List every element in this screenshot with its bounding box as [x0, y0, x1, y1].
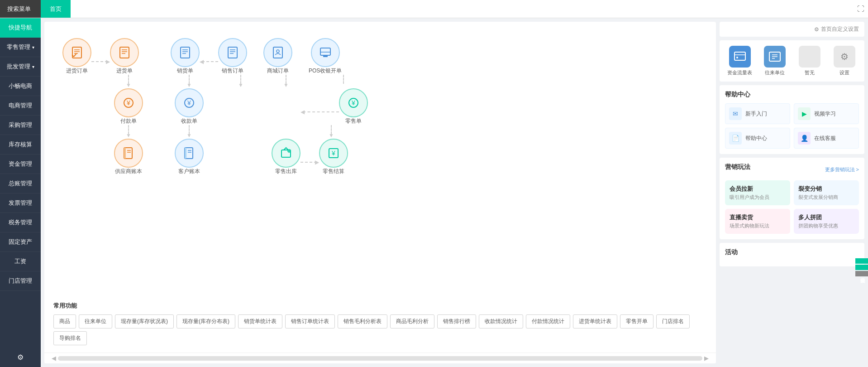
quick-icon-settings[interactable]: ⚙ 设置	[830, 46, 859, 76]
marketing-section: 营销玩法 更多营销玩法 > 会员拉新 吸引用户成为会员 裂变分销 裂变式发展分销…	[720, 158, 864, 239]
sidebar-item-fund[interactable]: 资金管理	[0, 155, 41, 174]
cf-btn-进货单统计表[interactable]: 进货单统计表	[573, 314, 617, 328]
sales-slip-label: 销货单	[177, 67, 193, 75]
sidebar-item-procurement[interactable]: 采购管理	[0, 116, 41, 135]
supplier-book-icon	[114, 139, 143, 168]
live-title: 直播卖货	[730, 213, 786, 222]
sidebar-item-fixed-assets[interactable]: 固定资产	[0, 232, 41, 252]
svg-rect-20	[323, 55, 328, 57]
sidebar-item-ledger[interactable]: 总账管理	[0, 174, 41, 193]
contacts-icon	[764, 46, 786, 68]
live-desc: 场景式购物新玩法	[730, 222, 786, 229]
node-sales-slip[interactable]: 销货单	[171, 38, 200, 75]
node-sales-order[interactable]: 销售订单	[218, 38, 247, 75]
svg-rect-18	[320, 48, 330, 55]
cf-btn-销售订单统计表[interactable]: 销售订单统计表	[285, 314, 335, 328]
vc-sales: ▼	[175, 75, 204, 88]
desktop-shortcut-btn[interactable]: 桌面快捷	[855, 271, 868, 276]
help-beginner[interactable]: ✉ 新手入门	[725, 103, 790, 124]
cf-btn-现存量(库存分布表)[interactable]: 现存量(库存分布表)	[176, 314, 235, 328]
cf-btn-商品[interactable]: 商品	[53, 314, 76, 328]
inner-split: 进货订单 ▶ 进	[41, 18, 868, 367]
sidebar-item-payroll[interactable]: 工资	[0, 252, 41, 271]
marketing-grid: 会员拉新 吸引用户成为会员 裂变分销 裂变式发展分销商 直播卖货 场景式购物新玩…	[725, 180, 859, 234]
help-video[interactable]: ▶ 视频学习	[794, 103, 859, 124]
sidebar-item-tax[interactable]: 税务管理	[0, 213, 41, 232]
cf-btn-现存量(库存状况表)[interactable]: 现存量(库存状况表)	[115, 314, 174, 328]
cf-btn-收款情况统计[interactable]: 收款情况统计	[479, 314, 523, 328]
help-online-service[interactable]: 👤 在线客服	[794, 128, 859, 149]
scroll-track[interactable]	[58, 356, 702, 361]
sidebar-item-xiaochang[interactable]: 小畅电商	[0, 77, 41, 96]
marketing-group[interactable]: 多人拼团 拼团购物享受优惠	[794, 209, 859, 234]
cf-btn-导购排名[interactable]: 导购排名	[53, 331, 87, 345]
activity-title: 活动	[725, 248, 859, 256]
cf-btn-商品毛利分析[interactable]: 商品毛利分析	[390, 314, 434, 328]
activity-section: 活动	[720, 243, 864, 266]
quick-nav-setting-btn[interactable]: ⚙ 首页自定义设置	[814, 25, 859, 33]
sidebar-item-inventory[interactable]: 库存核算	[0, 135, 41, 155]
more-marketing-link[interactable]: 更多营销玩法 >	[825, 166, 859, 173]
service-label: 在线客服	[814, 135, 836, 142]
node-purchase-order[interactable]: 进货订单	[62, 38, 91, 75]
vc-receipt: ▼	[175, 125, 204, 139]
sidebar-item-store[interactable]: 门店管理	[0, 271, 41, 291]
arrow-icon: ▾	[32, 45, 34, 50]
marketing-fission[interactable]: 裂变分销 裂变式发展分销商	[794, 180, 859, 205]
scroll-left-btn[interactable]: ◀	[50, 355, 58, 362]
fission-title: 裂变分销	[798, 185, 854, 193]
node-customer-book[interactable]: 客户账本	[175, 139, 204, 175]
svg-rect-12	[228, 47, 237, 58]
node-retail-checkout[interactable]: ¥ 零售结算	[319, 139, 348, 175]
svg-rect-28	[124, 148, 126, 159]
marketing-member[interactable]: 会员拉新 吸引用户成为会员	[725, 180, 790, 205]
sidebar-item-invoice[interactable]: 发票管理	[0, 193, 41, 213]
cf-btn-销售毛利分析表[interactable]: 销售毛利分析表	[338, 314, 387, 328]
settings-label: 设置	[839, 69, 849, 76]
cf-btn-付款情况统计[interactable]: 付款情况统计	[526, 314, 570, 328]
node-purchase-receipt[interactable]: 进货单	[110, 38, 139, 75]
cashflow-icon	[729, 46, 751, 68]
node-payment[interactable]: ¥ 付款单	[114, 88, 143, 125]
tab-home[interactable]: 首页	[41, 0, 71, 18]
supplier-book-label: 供应商账本	[115, 168, 142, 175]
node-receipt[interactable]: ¥ 收款单	[175, 88, 204, 125]
service-community-btn[interactable]: 服务社区	[855, 265, 868, 270]
marketing-live[interactable]: 直播卖货 场景式购物新玩法	[725, 209, 790, 234]
left-panel: 进货订单 ▶ 进	[44, 22, 716, 363]
scroll-right-btn[interactable]: ▶	[702, 355, 711, 362]
float-buttons: 客服热线 服务社区 桌面快捷	[855, 258, 868, 276]
marketing-header: 营销玩法 更多营销玩法 >	[725, 163, 859, 176]
sidebar-item-wholesale[interactable]: 批发管理 ▾	[0, 57, 41, 77]
fullscreen-btn[interactable]: ⛶	[857, 5, 864, 13]
flow-area: 进货订单 ▶ 进	[44, 22, 716, 302]
search-menu-btn[interactable]: 搜索菜单	[0, 0, 41, 18]
marketing-title: 营销玩法	[725, 163, 750, 171]
sidebar-item-retail[interactable]: 零售管理 ▾	[0, 38, 41, 57]
quick-icon-none[interactable]: 暂无	[795, 46, 824, 76]
help-center-item[interactable]: 📄 帮助中心	[725, 128, 790, 149]
cf-btn-销货单统计表[interactable]: 销货单统计表	[238, 314, 282, 328]
cf-btn-门店排名[interactable]: 门店排名	[656, 314, 690, 328]
quick-icons-panel: 资金流量表 往来单位 暂无 ⚙	[720, 40, 864, 82]
cf-btn-零售开单[interactable]: 零售开单	[620, 314, 653, 328]
sidebar-item-ecommerce[interactable]: 电商管理	[0, 96, 41, 116]
customer-service-btn[interactable]: 客服热线	[855, 258, 868, 264]
cf-btn-销售排行榜[interactable]: 销售排行榜	[437, 314, 476, 328]
node-retail-out[interactable]: 零售出库	[272, 139, 300, 175]
sidebar-item-quick-nav[interactable]: 快捷导航	[0, 18, 41, 38]
quick-icon-contacts[interactable]: 往来单位	[760, 46, 789, 76]
purchase-receipt-icon	[110, 38, 139, 67]
node-retail-slip[interactable]: ¥ 零售单	[339, 88, 368, 125]
help-section: 帮助中心 ✉ 新手入门 ▶ 视频学习 📄 帮助中心	[720, 85, 864, 154]
sidebar-bottom: ⚙	[0, 348, 41, 367]
node-supplier-book[interactable]: 供应商账本	[114, 139, 143, 175]
quick-icon-cashflow[interactable]: 资金流量表	[725, 46, 754, 76]
node-pos-cashier[interactable]: POS收银开单	[309, 38, 342, 75]
node-mall-order[interactable]: 商城订单	[263, 38, 292, 75]
vert-arrow-row: ▼ ▼	[62, 75, 698, 88]
cf-btn-往来单位[interactable]: 往来单位	[79, 314, 112, 328]
quick-nav-header: ⚙ 首页自定义设置	[720, 22, 864, 37]
svg-point-17	[277, 50, 279, 53]
sidebar-gear-btn[interactable]: ⚙	[0, 348, 41, 367]
